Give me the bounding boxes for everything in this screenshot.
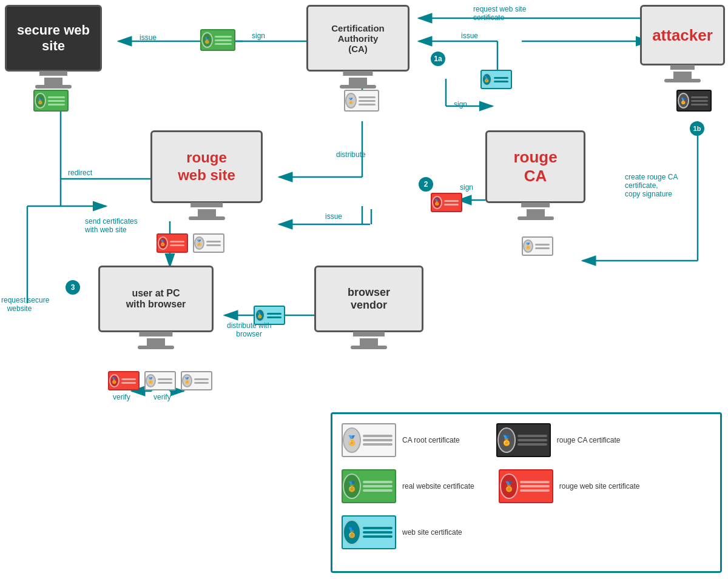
- cert-seal: 🏅: [182, 374, 192, 387]
- label-issue-1a: issue: [461, 32, 478, 40]
- label-sign-2: sign: [460, 183, 473, 192]
- rouge-website-label: rougeweb site: [178, 149, 235, 184]
- cert-seal: 🏅: [678, 93, 689, 109]
- cert-seal: 🏅: [497, 427, 516, 453]
- cert-seal: 🏅: [500, 474, 518, 499]
- cert-seal: 🏅: [146, 374, 156, 387]
- label-verify2: verify: [153, 393, 171, 401]
- monitor-base: [351, 346, 387, 349]
- label-distribute-browser: distribute withbrowser: [227, 321, 271, 338]
- rouge-ca-monitor: rougeCA: [485, 130, 585, 220]
- rouge-site-cert-red: 🏅: [157, 233, 188, 253]
- secure-website-label: secure web site: [7, 22, 100, 55]
- monitor-stand: [147, 338, 165, 346]
- legend-ca-root-cert: 🏅: [342, 423, 396, 457]
- monitor-base: [517, 216, 554, 220]
- cert-lines: [691, 96, 710, 105]
- secure-site-cert: 🏅: [33, 90, 69, 112]
- user-cert-white2: 🏅: [181, 371, 212, 390]
- cert-lines: [170, 241, 187, 246]
- label-sign-1a: sign: [454, 100, 467, 109]
- user-cert-red: 🏅: [108, 371, 140, 390]
- cert-seal: 🏅: [482, 73, 492, 86]
- monitor-base: [189, 216, 225, 220]
- legend-box: 🏅 CA root certificate 🏅 rouge CA certifi…: [331, 412, 722, 573]
- legend-website-label: web site certificate: [402, 528, 462, 537]
- ca-monitor: CertificationAuthority(CA): [306, 5, 410, 89]
- badge-1a: 1a: [431, 52, 445, 66]
- label-distribute: distribute: [336, 150, 366, 159]
- cert-lines: [363, 435, 395, 446]
- label-verify1: verify: [113, 393, 130, 401]
- monitor-stand: [360, 338, 378, 346]
- diagram: secure web site 🏅 CertificationAuthority…: [0, 0, 728, 579]
- label-request-web-cert: request web sitecertificate: [473, 5, 526, 22]
- cert-lines: [363, 527, 395, 538]
- cert-seal: 🏅: [343, 474, 361, 499]
- ca-cert-below: 🏅: [344, 90, 379, 112]
- cert-seal: 🏅: [194, 236, 204, 250]
- label-sign-ca: sign: [252, 32, 265, 40]
- cert-lines: [267, 313, 284, 318]
- badge-3: 3: [66, 280, 80, 295]
- monitor-base: [664, 79, 701, 82]
- label-send-certs: send certificateswith web site: [85, 217, 138, 234]
- secure-website-monitor: secure web site: [5, 5, 102, 89]
- cert-lines: [48, 96, 67, 105]
- legend-ca-root-label: CA root certificate: [402, 436, 460, 444]
- badge-1b-label: 1b: [693, 125, 701, 132]
- label-request-secure: request securewebsite: [1, 296, 38, 313]
- label-redirect: redirect: [68, 169, 92, 177]
- cert-badge-2: 🏅: [431, 193, 462, 212]
- cert-lines: [206, 241, 223, 246]
- rouge-site-cert-white: 🏅: [193, 233, 224, 253]
- cert-seal: 🏅: [201, 32, 213, 48]
- cert-lines: [215, 36, 234, 45]
- legend-rouge-website-cert: 🏅: [499, 469, 553, 503]
- attacker-monitor: attacker: [640, 5, 725, 82]
- legend-rouge-website-label: rouge web site certificate: [559, 482, 640, 490]
- label-issue-2: issue: [325, 212, 342, 221]
- legend-website-cert: 🏅: [342, 515, 396, 549]
- cert-lines: [359, 96, 378, 105]
- monitor-base: [340, 85, 376, 89]
- legend-rouge-ca-label: rouge CA certificate: [557, 436, 621, 444]
- rouge-website-monitor: rougeweb site: [150, 130, 263, 220]
- cert-seal: 🏅: [35, 93, 46, 109]
- cert-lines: [535, 244, 552, 249]
- badge-2: 2: [419, 177, 433, 192]
- attacker-label: attacker: [652, 26, 713, 45]
- label-issue-left: issue: [140, 33, 157, 42]
- monitor-stand: [198, 209, 216, 216]
- cert-lines: [158, 378, 175, 384]
- cert-1a: 🏅: [480, 70, 512, 89]
- user-cert-white: 🏅: [144, 371, 176, 390]
- legend-rouge-ca-cert: 🏅: [496, 423, 551, 457]
- cert-seal: 🏅: [523, 239, 533, 253]
- browser-vendor-label: browservendor: [348, 286, 390, 312]
- monitor-stand: [673, 72, 692, 79]
- cert-sign-area: 🏅: [200, 29, 235, 51]
- cert-lines: [494, 77, 511, 82]
- badge-1b: 1b: [690, 121, 704, 136]
- cert-lines: [121, 378, 138, 384]
- ca-label: CertificationAuthority(CA): [331, 23, 385, 54]
- cert-seal: 🏅: [432, 196, 442, 209]
- cert-seal: 🏅: [345, 93, 357, 109]
- rouge-ca-label: rougeCA: [513, 148, 557, 186]
- legend-real-website-cert: 🏅: [342, 469, 396, 503]
- cert-lines: [444, 200, 461, 206]
- label-create-rouge-ca: create rouge CAcertificate,copy signatur…: [625, 173, 678, 198]
- cert-seal: 🏅: [158, 236, 168, 250]
- badge-2-label: 2: [424, 180, 428, 189]
- badge-3-label: 3: [71, 283, 75, 292]
- legend-real-website-label: real website certificate: [402, 482, 474, 490]
- cert-lines: [194, 378, 211, 384]
- badge-1a-label: 1a: [434, 55, 442, 63]
- cert-seal: 🏅: [343, 427, 361, 453]
- cert-lines: [520, 481, 552, 492]
- cert-lines: [363, 481, 395, 492]
- cert-lines: [517, 435, 550, 446]
- monitor-base: [35, 85, 72, 89]
- monitor-base: [138, 346, 174, 349]
